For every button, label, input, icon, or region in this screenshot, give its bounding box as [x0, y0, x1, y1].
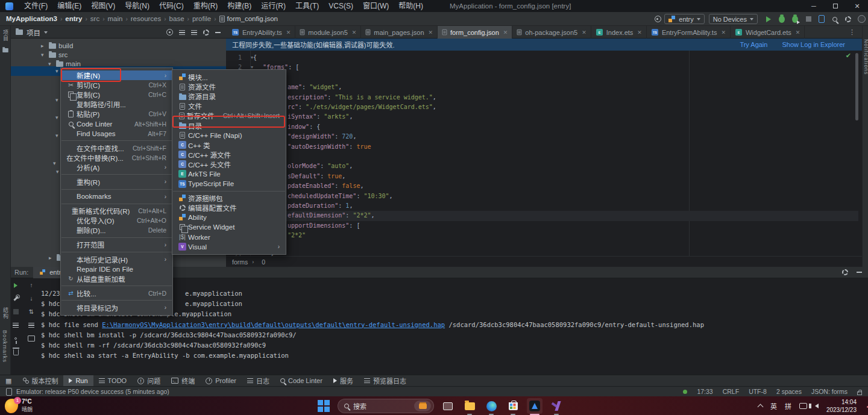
toolwindow-Run[interactable]: Run	[63, 375, 93, 387]
lock-icon[interactable]	[857, 392, 862, 395]
menu-重构(R)[interactable]: 重构(R)	[189, 2, 223, 10]
terminal-link[interactable]: E:\HarmonyOS\MyApplication3\entry\build\…	[102, 321, 445, 328]
ime-pinyin-indicator[interactable]: 拼	[785, 401, 791, 411]
new-submenu-item-C/C++ 头文件[interactable]: CC/C++ 头文件	[172, 160, 286, 169]
close-button[interactable]: ✕	[846, 0, 868, 12]
window-layout-icon[interactable]: ▦	[0, 375, 17, 387]
attach-target-icon[interactable]	[651, 12, 664, 26]
notifications-stripe-button[interactable]: Notifications	[863, 39, 868, 75]
context-menu-item-Code Linter[interactable]: Code LinterAlt+Shift+H	[61, 119, 172, 128]
breadcrumb-forms[interactable]: forms	[232, 258, 248, 266]
stop-icon[interactable]	[13, 308, 19, 316]
breadcrumb-index[interactable]: 0	[262, 258, 265, 266]
chevron-down-icon[interactable]	[44, 31, 48, 34]
status-widget-JSON: forms[interactable]: JSON: forms	[811, 388, 848, 395]
menu-帮助(H)[interactable]: 帮助(H)	[394, 2, 428, 10]
breadcrumb-item[interactable]: entry	[65, 15, 82, 22]
ime-en-indicator[interactable]: 英	[770, 401, 777, 411]
code-editor[interactable]: 工程同步失败,一些基础功能(如编辑器,调试器)可能失效. Try Again S…	[226, 39, 862, 267]
new-submenu-item-资源捆绑包[interactable]: 资源捆绑包	[172, 193, 286, 203]
context-menu-item-Find Usages[interactable]: Find UsagesAlt+F7	[61, 129, 172, 139]
visual-studio-button[interactable]	[549, 398, 564, 414]
settings-button[interactable]	[841, 12, 855, 26]
context-menu-item-分析(A)[interactable]: 分析(A)›	[61, 163, 172, 172]
tree-chevron-icon[interactable]: ▸	[41, 43, 46, 49]
device-manager-button[interactable]	[815, 12, 828, 26]
context-menu-item-Bookmarks[interactable]: Bookmarks›	[61, 192, 172, 201]
structure-stripe-button[interactable]: 结构	[2, 307, 10, 319]
attach-debugger-button[interactable]	[788, 12, 802, 26]
toolwindow-终端[interactable]: ›_终端	[166, 375, 200, 387]
editor-tab-Index.ets[interactable]: EIndex.ets✕	[591, 26, 647, 39]
context-menu-item-复制路径/引用...[interactable]: 复制路径/引用...	[61, 99, 172, 109]
tab-close-icon[interactable]: ✕	[637, 30, 642, 36]
status-widget-UTF-8[interactable]: UTF-8	[749, 388, 767, 395]
breadcrumb-item[interactable]: src	[90, 15, 99, 22]
volume-icon[interactable]	[815, 404, 819, 408]
new-submenu-item-TypeScript File[interactable]: TSTypeScript File	[172, 179, 286, 189]
tab-close-icon[interactable]: ✕	[503, 30, 508, 36]
context-menu-item-重构(R)[interactable]: 重构(R)›	[61, 177, 172, 187]
briefcase-icon[interactable]	[414, 401, 431, 411]
project-stripe-button[interactable]: 项目	[2, 30, 10, 42]
panel-settings-icon[interactable]	[203, 30, 209, 36]
breadcrumb-item[interactable]: main	[107, 15, 122, 22]
new-submenu-item-Service Widget[interactable]: Service Widget	[172, 222, 286, 232]
device-select[interactable]: No Devices	[709, 14, 758, 24]
run-config-select[interactable]: entry	[664, 14, 704, 24]
rerun-icon[interactable]	[14, 281, 17, 289]
toolwindow-服务[interactable]: 服务	[328, 375, 359, 387]
stop-button[interactable]	[802, 12, 815, 26]
editor-tab-EntryFormAbility.ts[interactable]: TSEntryFormAbility.ts✕	[647, 26, 731, 39]
pin-icon[interactable]	[14, 334, 17, 342]
context-menu-item-从磁盘重新加载[interactable]: ↻从磁盘重新加载	[61, 274, 172, 284]
tab-close-icon[interactable]: ✕	[796, 30, 800, 36]
new-submenu-item-资源目录[interactable]: 资源目录	[172, 92, 286, 101]
print-icon[interactable]	[28, 334, 35, 342]
breadcrumb-item[interactable]: MyApplication3	[6, 15, 57, 22]
tab-close-icon[interactable]: ✕	[352, 30, 357, 36]
breadcrumb-item[interactable]: resources	[131, 15, 162, 22]
context-menu-item-粘贴(P)[interactable]: 粘贴(P)Ctrl+V	[61, 109, 172, 119]
context-menu-item-删除(D)...[interactable]: 删除(D)...Delete	[61, 225, 172, 235]
bookmarks-stripe-button[interactable]: Bookmarks	[2, 330, 8, 363]
context-menu-item-在文件中查找...[interactable]: 在文件中查找...Ctrl+Shift+F	[61, 143, 172, 153]
tree-chevron-icon[interactable]: ▸	[49, 255, 54, 261]
tab-close-icon[interactable]: ✕	[286, 30, 291, 36]
more-tabs-icon[interactable]: ⋮	[849, 28, 855, 36]
toolwindow-问题[interactable]: !问题	[132, 375, 166, 387]
soft-wrap-icon[interactable]: ⇅	[29, 308, 34, 316]
breadcrumb-item[interactable]: base	[169, 15, 184, 22]
debug-button[interactable]	[775, 12, 788, 26]
tree-chevron-icon[interactable]: ▾	[48, 61, 54, 67]
file-explorer-button[interactable]	[462, 398, 477, 414]
profile-avatar[interactable]	[855, 12, 868, 26]
new-submenu-item-C++ 类[interactable]: CC++ 类	[172, 140, 286, 150]
network-icon[interactable]	[799, 403, 807, 409]
toolwindow-日志[interactable]: 日志	[242, 375, 275, 387]
deveco-studio-button[interactable]	[527, 398, 542, 414]
clear-icon[interactable]	[13, 348, 19, 355]
tree-row-src[interactable]: ▾src	[41, 50, 68, 59]
new-submenu-item-ArkTS File[interactable]: EArkTS File	[172, 169, 286, 179]
context-menu-item-复制(C)[interactable]: 复制(C)Ctrl+C	[61, 90, 172, 99]
collapse-all-icon[interactable]	[179, 30, 185, 35]
menu-VCS(S)[interactable]: VCS(S)	[324, 2, 358, 10]
menu-编辑(E)[interactable]: 编辑(E)	[52, 2, 86, 10]
context-menu-item-将目录标记为[interactable]: 将目录标记为›	[61, 303, 172, 313]
new-submenu-item-模块...[interactable]: 模块...	[172, 72, 286, 82]
status-widget-CRLF[interactable]: CRLF	[723, 388, 739, 395]
status-widget-17:33[interactable]: 17:33	[697, 388, 712, 395]
toolwindow-TODO[interactable]: TODO	[93, 375, 133, 387]
context-menu-item-重新格式化代码(R)[interactable]: 重新格式化代码(R)Ctrl+Alt+L	[61, 206, 172, 216]
editor-scrollbar[interactable]	[855, 53, 858, 120]
search-everywhere-button[interactable]	[828, 12, 841, 26]
tab-close-icon[interactable]: ✕	[582, 30, 587, 36]
system-clock[interactable]: 14:042023/12/23	[826, 398, 857, 414]
editor-tab-WidgetCard.ets[interactable]: EWidgetCard.ets✕	[731, 26, 805, 39]
new-submenu-item-Ability[interactable]: Ability	[172, 213, 286, 222]
menu-文件(F)[interactable]: 文件(F)	[19, 2, 52, 10]
context-menu-item-优化导入(O)[interactable]: 优化导入(O)Ctrl+Alt+O	[61, 216, 172, 225]
new-submenu-item-编辑器配置文件[interactable]: 编辑器配置文件	[172, 203, 286, 213]
show-log-link[interactable]: Show Log in Explorer	[782, 41, 845, 48]
